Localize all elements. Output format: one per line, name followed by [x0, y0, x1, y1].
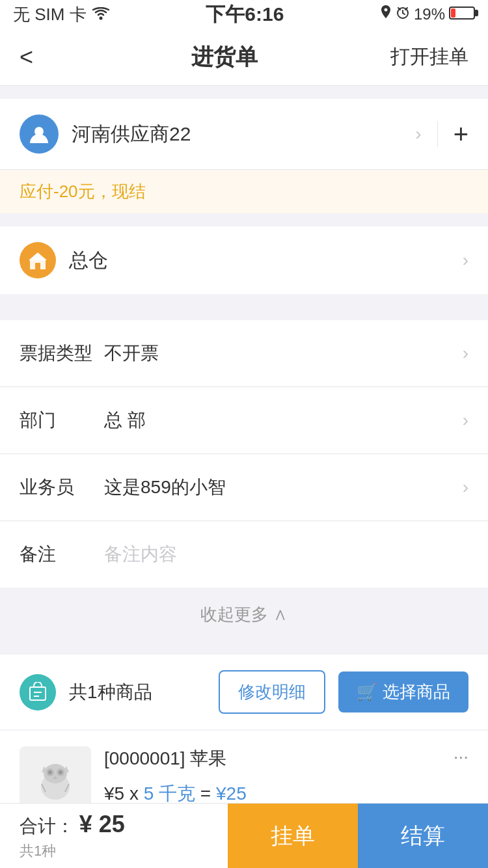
total-sub: 共1种 — [20, 841, 208, 861]
supplier-row[interactable]: 河南供应商22 › + — [0, 99, 488, 170]
nav-bar: < 进货单 打开挂单 — [0, 29, 488, 86]
remark-label: 备注 — [20, 542, 104, 567]
main-content: 河南供应商22 › + 应付-20元，现结 总仓 › 票据类型 — [0, 86, 488, 868]
invoice-type-value: 不开票 — [104, 341, 463, 366]
supplier-avatar — [20, 115, 59, 154]
price-equals: = — [200, 783, 216, 804]
edit-detail-button[interactable]: 修改明细 — [219, 670, 325, 714]
collapse-label: 收起更多 ∧ — [200, 603, 287, 626]
status-bar: 无 SIM 卡 下午6:16 19% — [0, 0, 488, 29]
battery-icon — [449, 5, 475, 23]
department-label: 部门 — [20, 408, 104, 433]
open-hang-button[interactable]: 打开挂单 — [390, 44, 468, 70]
svg-line-3 — [403, 13, 405, 14]
warehouse-icon — [20, 242, 56, 278]
svg-point-15 — [48, 770, 52, 774]
warehouse-row[interactable]: 总仓 › — [0, 226, 488, 294]
salesperson-value: 这是859的小智 — [104, 475, 463, 500]
product-name: [0000001] 苹果 — [104, 746, 441, 771]
svg-rect-7 — [35, 263, 40, 269]
svg-point-0 — [99, 16, 102, 20]
remark-row[interactable]: 备注 备注内容 — [0, 521, 488, 588]
product-count: 共1种商品 — [69, 680, 206, 705]
collapse-button[interactable]: 收起更多 ∧ — [0, 588, 488, 642]
back-button[interactable]: < — [20, 44, 59, 71]
total-area: 合计： ¥ 25 共1种 — [0, 811, 228, 861]
wifi-icon — [92, 5, 110, 25]
total-label: 合计： — [20, 816, 74, 836]
department-chevron-icon: › — [463, 410, 468, 431]
department-row[interactable]: 部门 总 部 › — [0, 387, 488, 454]
product-count-icon — [20, 674, 56, 711]
salesperson-row[interactable]: 业务员 这是859的小智 › — [0, 454, 488, 521]
select-product-icon: 🛒 — [357, 682, 377, 702]
total-main: 合计： ¥ 25 — [20, 811, 208, 839]
add-supplier-button[interactable]: + — [454, 120, 468, 149]
warehouse-section: 总仓 › — [0, 226, 488, 294]
product-image-placeholder — [33, 759, 78, 805]
salesperson-chevron-icon: › — [463, 477, 468, 498]
supplier-section: 河南供应商22 › + 应付-20元，现结 — [0, 99, 488, 213]
warehouse-name: 总仓 — [69, 247, 463, 274]
invoice-type-label: 票据类型 — [20, 341, 104, 366]
product-qty: 5 — [144, 783, 154, 804]
bottom-bar: 合计： ¥ 25 共1种 挂单 结算 — [0, 803, 488, 868]
status-left: 无 SIM 卡 — [13, 3, 110, 26]
svg-point-16 — [59, 770, 62, 774]
product-more-button[interactable]: ··· — [454, 746, 468, 767]
carrier-label: 无 SIM 卡 — [13, 3, 87, 26]
alarm-icon — [396, 5, 410, 23]
form-section: 票据类型 不开票 › 部门 总 部 › 业务员 这是859的小智 › 备注 备注… — [0, 320, 488, 588]
total-amount: ¥ 25 — [79, 811, 125, 837]
section-gap-3 — [0, 294, 488, 307]
price-separator: x — [129, 783, 144, 804]
department-value: 总 部 — [104, 408, 463, 433]
svg-rect-8 — [30, 687, 46, 700]
remark-input[interactable]: 备注内容 — [104, 542, 468, 567]
select-product-button[interactable]: 🛒 选择商品 — [338, 671, 468, 712]
svg-marker-6 — [29, 252, 47, 260]
product-unit: 千克 — [159, 783, 195, 804]
battery-percent: 19% — [414, 5, 445, 23]
checkout-button[interactable]: 结算 — [358, 804, 488, 869]
status-time: 下午6:16 — [206, 1, 284, 28]
invoice-type-row[interactable]: 票据类型 不开票 › — [0, 320, 488, 387]
product-header: 共1种商品 修改明细 🛒 选择商品 — [0, 655, 488, 729]
unit-price: ¥5 — [104, 783, 124, 804]
product-code: [0000001] — [104, 748, 185, 768]
hang-label: 挂单 — [271, 821, 315, 851]
supplier-name: 河南供应商22 — [72, 121, 415, 148]
page-title: 进货单 — [191, 42, 258, 72]
checkout-label: 结算 — [401, 821, 445, 851]
invoice-chevron-icon: › — [463, 343, 468, 364]
select-product-label: 选择商品 — [383, 681, 450, 703]
salesperson-label: 业务员 — [20, 475, 104, 500]
warehouse-chevron-icon: › — [463, 250, 468, 271]
section-gap-1 — [0, 86, 488, 99]
location-icon — [380, 5, 392, 23]
supplier-chevron-icon: › — [415, 124, 421, 144]
product-total: ¥25 — [216, 783, 247, 804]
supplier-separator — [437, 121, 438, 147]
product-title: 苹果 — [190, 748, 226, 768]
section-gap-2 — [0, 213, 488, 226]
product-info: [0000001] 苹果 ¥5 x 5 千克 = ¥25 — [104, 746, 441, 806]
payment-hint: 应付-20元，现结 — [0, 170, 488, 213]
hang-button[interactable]: 挂单 — [228, 804, 358, 869]
status-right: 19% — [380, 5, 475, 23]
